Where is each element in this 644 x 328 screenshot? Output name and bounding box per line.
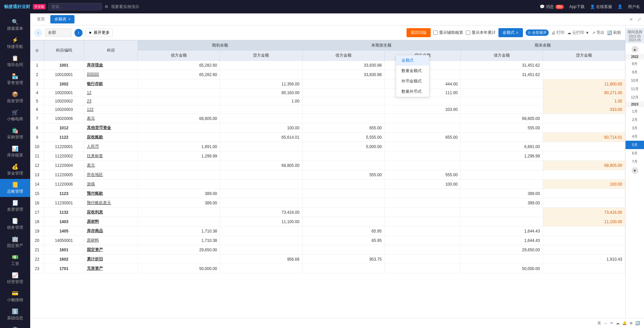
format-option-qty-foreign[interactable]: 数量外币式 <box>396 86 429 97</box>
nav-forward-btn[interactable]: › <box>74 29 83 37</box>
online-service-btn[interactable]: 👤 在线客服 <box>590 4 612 10</box>
table-row[interactable]: 17 1132 应收利息 73,416.00 73,416.00 <box>31 208 625 217</box>
month-apr[interactable]: 4月 <box>626 132 644 141</box>
table-row[interactable]: 11 11220002 往来标签 1,299.99 1,299.99 <box>31 151 625 161</box>
lang-switch-btn[interactable]: 英 <box>597 321 601 326</box>
cloud-icon[interactable]: ☁ <box>616 321 620 325</box>
table-settings-icon[interactable]: ⚙ <box>35 48 39 53</box>
month-jun[interactable]: 6月 <box>626 149 644 157</box>
month-oct[interactable]: 10月 <box>626 76 644 85</box>
back-btn[interactable]: ‹ <box>34 29 42 37</box>
sidebar-item-wholesale[interactable]: 📦 批发管理 <box>0 88 30 107</box>
sidebar-item-inventory[interactable]: 📊 库存核算 <box>0 143 30 161</box>
sidebar-item-reimbursement[interactable]: 💳 小畅报销 <box>0 287 30 306</box>
table-row[interactable]: 18 1403 原材料 11,100.00 11,100.00 <box>31 217 625 226</box>
format-btn[interactable]: 金额式 ∧ <box>498 28 523 37</box>
month-mar[interactable]: 3月 <box>626 124 644 132</box>
sidebar-item-tax[interactable]: 📑 税务管理 <box>0 215 30 233</box>
table-row[interactable]: 6 10020003 122 333.00 333.00 <box>31 106 625 114</box>
format-option-qty-amount[interactable]: 数量金额式 <box>396 66 429 76</box>
sidebar-item-quicknav[interactable]: ⚡ 快捷导航 <box>0 34 30 52</box>
edit-icon[interactable]: ✏ <box>610 321 613 325</box>
row-subject[interactable]: 应收利息 <box>84 208 138 217</box>
sidebar-item-retail[interactable]: 🏪 零售管理 <box>0 70 30 88</box>
tab-home[interactable]: 首页 <box>33 15 49 23</box>
row-subject[interactable]: 库存商品 <box>84 226 138 236</box>
row-subject[interactable]: 预付账款差元 <box>84 198 138 208</box>
sidebar-item-ledger[interactable]: 📒 总账管理 <box>0 179 30 197</box>
export-btn[interactable]: ↗ 导出 <box>592 30 604 36</box>
expand-more-btn[interactable]: ▼ 展开更多 <box>85 28 113 37</box>
year-total-checkbox[interactable] <box>466 30 470 35</box>
panel-expand-btn[interactable]: ⤢ <box>637 17 641 22</box>
row-subject[interactable]: 银行存款 <box>84 79 138 89</box>
row-subject[interactable]: 差元 <box>84 161 138 170</box>
row-subject[interactable]: 差元 <box>84 114 138 123</box>
balance-table-wrapper[interactable]: ⚙ 科目编码 科目 期初余额 本期发生额 期末余额 借方金额 贷方金额 <box>30 40 625 318</box>
show-auxiliary-check[interactable]: 显示辅助核算 <box>433 30 463 36</box>
table-row[interactable]: 16 11230001 预付账款差元 389.00 389.00 <box>31 198 625 208</box>
row-subject[interactable]: 往来标签 <box>84 151 138 161</box>
top-search-input[interactable] <box>48 3 102 10</box>
sidebar-item-purchase[interactable]: 🛍️ 采购管理 <box>0 125 30 143</box>
app-download-btn[interactable]: App下载 <box>569 4 584 10</box>
show-year-total-check[interactable]: 显示本年累计 <box>466 30 496 36</box>
tab-close-btn[interactable]: × <box>68 17 70 21</box>
sidebar-item-assets[interactable]: 🏢 固定资产 <box>0 233 30 251</box>
table-row[interactable]: 3 1002 银行存款 11,356.00 444.00 11,800.00 <box>31 79 625 89</box>
row-subject[interactable]: 122 <box>84 106 138 114</box>
auxiliary-checkbox[interactable] <box>433 30 438 35</box>
table-row[interactable]: 1 1001 库存现金 65,282.60 33,830.98 31,451.6… <box>31 61 625 70</box>
panel-collapse-down-btn[interactable]: ▼ <box>632 167 638 174</box>
table-row[interactable]: 4 10020001 12 80,160.00 111.00 80,271.00 <box>31 89 625 97</box>
table-row[interactable]: 13 11220005 所在地区 555.00 555.00 <box>31 170 625 180</box>
month-jul[interactable]: 7月 <box>626 157 644 166</box>
row-subject[interactable]: 库存现金 <box>84 61 138 70</box>
settings-gear-icon[interactable]: ⚙ <box>105 4 108 9</box>
table-row[interactable]: 20 14050001 原材料 1,710.38 65.95 1,644.43 <box>31 236 625 245</box>
demo-link[interactable]: 我要看实例演示 <box>111 4 139 10</box>
row-subject[interactable]: 其他货币资金 <box>84 123 138 133</box>
message-btn[interactable]: 💬 消息 99+ <box>540 4 564 10</box>
row-subject[interactable]: 无形资产 <box>84 264 138 273</box>
expand-all-toggle[interactable]: ⊙ 全部展开 <box>526 29 549 36</box>
table-row[interactable]: 14 11220006 游戏 100.00 100.00 <box>31 180 625 189</box>
row-subject[interactable]: 人民币 <box>84 142 138 151</box>
table-row[interactable]: 8 1012 其他货币资金 100.00 655.00 555.00 <box>31 123 625 133</box>
row-subject[interactable]: 累计折旧 <box>84 255 138 264</box>
table-row[interactable]: 7 10020006 差元 68,805.00 68,805.00 <box>31 114 625 123</box>
row-subject[interactable]: 回回回 <box>84 70 138 79</box>
table-row[interactable]: 15 1123 预付账款 389.00 389.00 <box>31 189 625 198</box>
notification-icon[interactable]: 🔔 <box>622 321 627 325</box>
table-row[interactable]: 19 1405 库存商品 1,710.38 65.95 1,644.43 <box>31 226 625 236</box>
back-to-old-btn[interactable]: 退回旧版 <box>407 28 431 37</box>
sidebar-item-search[interactable]: 🔍 搜索菜单 <box>0 16 30 34</box>
sidebar-item-salary[interactable]: 💵 工资 <box>0 251 30 269</box>
print-btn[interactable]: 🖨 打印 <box>551 30 565 36</box>
table-row[interactable]: 21 1601 固定资产 29,650.00 29,650.00 <box>31 245 625 255</box>
sidebar-item-invoice[interactable]: 🧾 发票管理 <box>0 197 30 215</box>
row-subject[interactable]: 原材料 <box>84 236 138 245</box>
user-avatar[interactable]: 👤 <box>618 4 623 9</box>
row-subject[interactable]: 23 <box>84 97 138 106</box>
month-jan[interactable]: 1月 <box>626 107 644 116</box>
table-row[interactable]: 2 10010001 回回回 65,282.60 33,830.98 31,45… <box>31 70 625 79</box>
month-may[interactable]: 5月 <box>626 141 644 149</box>
panel-collapse-up-btn[interactable]: ▲ <box>632 46 638 53</box>
month-feb[interactable]: 2月 <box>626 116 644 124</box>
sidebar-item-sysmanage[interactable]: ⚙️ 系统管理 <box>0 324 30 328</box>
cloud-print-btn[interactable]: ☁ 云打印 ▼ <box>567 30 589 36</box>
table-row[interactable]: 9 1122 应收账款 65,614.01 5,555.00 655.00 60… <box>31 133 625 142</box>
month-nov[interactable]: 11月 <box>626 85 644 93</box>
row-subject[interactable]: 固定资产 <box>84 245 138 255</box>
sidebar-item-basicinfo[interactable]: ℹ️ 基础信息 <box>0 306 30 324</box>
table-row[interactable]: 10 11220001 人民币 1,891.00 5,000.00 6,891.… <box>31 142 625 151</box>
tab-balance-sheet[interactable]: 余额表 × <box>50 15 74 23</box>
sidebar-item-funds[interactable]: 💰 资金管理 <box>0 161 30 179</box>
month-aug[interactable]: 8月 <box>626 60 644 68</box>
table-row[interactable]: 5 10020002 23 1.00 1.00 <box>31 97 625 106</box>
sync-icon[interactable]: 🔄 <box>635 321 640 325</box>
format-option-amount[interactable]: 金额式 <box>396 55 429 66</box>
row-subject[interactable]: 应收账款 <box>84 133 138 142</box>
row-subject[interactable]: 原材料 <box>84 217 138 226</box>
